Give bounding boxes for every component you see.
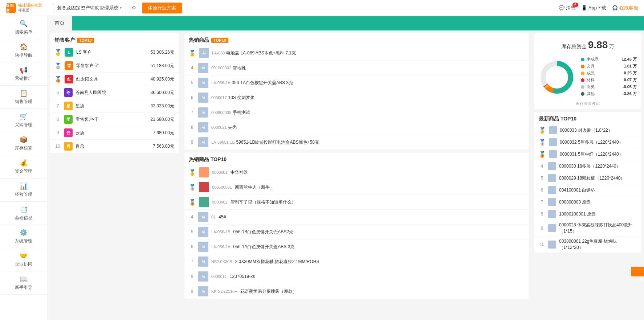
hot-right-label: 热销商品 xyxy=(189,37,209,44)
silver-medal3-icon: 🥈 xyxy=(539,139,546,146)
online-service-button[interactable]: 🎧 在线客服 xyxy=(612,5,638,11)
message-button[interactable]: 💬 消息 6 xyxy=(559,5,575,11)
app-download-button[interactable]: 📱 App下载 xyxy=(581,5,606,11)
hotprod-name-3: 智利车子里（规格不知道填什么） xyxy=(231,199,296,205)
sidebar-item-system[interactable]: ⚙️ 系统管理 xyxy=(0,225,47,248)
hot-prod-9[interactable]: 9 Ai KK-SD22110H 花语萌恒温分腿睡袋（厚款） xyxy=(184,284,529,299)
legend-val-3: 0.25 万 xyxy=(624,70,637,76)
new-prod-info-8: 10000100001 原壶 xyxy=(559,211,637,217)
hot-prod-6[interactable]: 6 Ai LA-056-1A 056-1A白色按键开关盖ABS 3克 xyxy=(184,239,529,254)
new-prod-3[interactable]: 🥉 0000031 5厘中纤（1220*2440） xyxy=(534,148,641,160)
hotprod-name-8: 12070519-xs xyxy=(230,274,255,279)
new-prod-10[interactable]: 10 003800001 22g鱼豆腐·烧烤味（1*12*20） xyxy=(534,237,641,253)
new-prod-4[interactable]: 4 0000030 18多层（1220*2440） xyxy=(534,160,641,172)
silver-medal-icon: 🥈 xyxy=(54,62,62,69)
hot-prod-2[interactable]: 🥈 000500001 新西兰牛肉（新牛） xyxy=(184,180,529,195)
sidebar-item-guide[interactable]: 📖 新手引导 xyxy=(0,271,47,295)
settings-button[interactable]: ⚙ xyxy=(129,3,139,13)
hot-products-title: 热销商品 TOP10 xyxy=(184,153,529,165)
donut-container: 半成品 12.45 万 文具 1.01 万 xyxy=(534,54,641,101)
prod-img-placeholder-5: Ai xyxy=(198,107,208,118)
search-icon: 🔍 xyxy=(20,20,28,28)
hot-right-1[interactable]: 🥇 Ai LA-089 电池盖 LA-089 ABS本色+黑种 7.1克 xyxy=(184,46,529,61)
system-selector[interactable]: 装备及固定资产辅助管理系统 ▾ xyxy=(53,3,126,13)
hot-right-3[interactable]: 5 Ai LA-056-1A 056-1A白色按键开关盖ABS 3壳 xyxy=(184,75,529,90)
sidebar-item-search[interactable]: 🔍 搜索菜单 xyxy=(0,16,47,39)
sidebar-item-collab[interactable]: 🤝 企业协同 xyxy=(0,248,47,271)
legend-name-3: 成品 xyxy=(587,70,622,76)
hot-prod-1[interactable]: 🥇 0000001 中华神器 xyxy=(184,165,529,180)
float-btn-live[interactable]: 直播 xyxy=(631,273,644,276)
new-prod-6[interactable]: 6 004100001 白钢垫 xyxy=(534,184,641,196)
new-prod-7[interactable]: 7 000800008 原壶 xyxy=(534,196,641,208)
hot-prod-7[interactable]: 7 Ai NB2.0X30B 2.0X30MM双搓花轴,搓花直径2.1MM/RO… xyxy=(184,254,529,269)
hotprod-rank-9: 9 xyxy=(189,289,195,294)
new-prod-8[interactable]: 8 10000100001 原壶 xyxy=(534,208,641,220)
trial-button[interactable]: 体验行业方案 xyxy=(142,3,182,13)
new-prod-code-8: 10000100001 xyxy=(559,212,586,217)
sidebar-item-home[interactable]: 🏠 快捷导航 xyxy=(0,39,47,62)
hot-prod-5[interactable]: 5 Ai LA-056-1B 056-1B白色按键开关壳ABS2壳 xyxy=(184,225,529,239)
new-prod-rank-9: 9 xyxy=(539,226,545,231)
hotprod-code-2: 000500001 xyxy=(212,185,232,189)
customer-value-5: 33,333.00元 xyxy=(151,103,174,109)
customer-value-2: 51,183.00元 xyxy=(151,63,174,69)
page-content: 销售客户 TOP10 🥇 L LS 客户 53,006.26元 🥈 零 xyxy=(47,30,644,320)
prod-code-1: LA-089 xyxy=(212,51,225,55)
customer-rank-7[interactable]: 9 云 云扬 7,680.00元 xyxy=(50,126,179,140)
prod-name-4: 10S 变刺罗浆 xyxy=(228,95,254,100)
sidebar-item-inventory-label: 库存核算 xyxy=(15,145,32,151)
sidebar-item-basics[interactable]: 📑 基础信息 xyxy=(0,202,47,225)
float-btn-service[interactable]: 客服热线 xyxy=(631,267,644,270)
prod-code-2: 001000002 xyxy=(211,66,231,70)
customer-rank-8[interactable]: 10 肖 肖总 7,563.00元 xyxy=(50,140,179,153)
sidebar-item-purchase[interactable]: 🛒 采购管理 xyxy=(0,109,47,132)
prod-img-placeholder-2: Ai xyxy=(198,63,208,73)
rank-num-6: 8 xyxy=(54,117,61,122)
new-prod-img-1 xyxy=(549,126,557,134)
new-prod-5[interactable]: 5 0000029 18颗粒板（1220*2440） xyxy=(534,172,641,184)
prod-name-2: 雪地靴 xyxy=(233,65,246,70)
customer-rank-1[interactable]: 🥇 L LS 客户 53,006.26元 xyxy=(50,46,179,59)
customer-avatar-4: 苍 xyxy=(64,88,73,97)
prod-name-7: 59651-1B旋转投影灯电池盒ABS黑色+58克 xyxy=(236,140,319,145)
new-prod-1[interactable]: 🥇 0000033 封边带（1.0*22） xyxy=(534,124,641,136)
tab-home[interactable]: 首页 xyxy=(47,16,72,30)
legend-dot-2 xyxy=(581,65,584,68)
prod-info-7: LA-59651-1B 59651-1B旋转投影灯电池盒ABS黑色+58克 xyxy=(211,139,524,145)
hot-prod-8[interactable]: 8 Ai 0000011 12070519-xs xyxy=(184,269,529,284)
new-prod-name-8: 原壶 xyxy=(587,212,596,217)
hot-right-7[interactable]: 9 Ai LA-59651-1B 59651-1B旋转投影灯电池盒ABS黑色+5… xyxy=(184,135,529,150)
hot-right-4[interactable]: 6 Ai 0000017 10S 变刺罗浆 xyxy=(184,90,529,105)
sidebar-item-inventory[interactable]: 📦 库存核算 xyxy=(0,132,47,155)
prod-name-1: 电池盖 LA-089 ABS本色+黑种 7.1克 xyxy=(226,50,296,56)
donut-chart xyxy=(539,59,575,95)
prod-code-5: 000800005 xyxy=(211,110,231,115)
customer-value-3: 40,925.00元 xyxy=(151,76,174,82)
hot-prod-4[interactable]: 4 Ai 01 45# xyxy=(184,210,529,225)
customer-rank-4[interactable]: 6 苍 苍南县人民医院 36,600.00元 xyxy=(50,86,179,99)
sidebar-item-sales[interactable]: 📋 销售管理 xyxy=(0,86,47,109)
hot-right-5[interactable]: 7 Ai 000800005 手机测试 xyxy=(184,105,529,120)
new-prod-rank-10: 10 xyxy=(539,242,545,247)
prod-img-placeholder-6: Ai xyxy=(198,122,208,132)
legend-name-2: 文具 xyxy=(587,63,622,69)
customer-rank-5[interactable]: 7 星 星扬 33,333.00元 xyxy=(50,99,179,113)
sidebar-item-operations[interactable]: 📊 经营管理 xyxy=(0,179,47,202)
system-name: 装备及固定资产辅助管理系统 xyxy=(57,5,118,11)
new-prod-2[interactable]: 🥈 0000032 5厘多层（1220*2440） xyxy=(534,136,641,148)
sidebar-item-marketing[interactable]: 📢 营销推广 xyxy=(0,62,47,86)
sidebar-item-finance[interactable]: 💰 资金管理 xyxy=(0,155,47,179)
customer-rank-3[interactable]: 🥉 红 红太阳文具 40,925.00元 xyxy=(50,73,179,86)
hot-right-2[interactable]: 4 Ai 001000002 雪地靴 xyxy=(184,61,529,75)
customer-rank-6[interactable]: 8 零 零售客户-于 21,680.00元 xyxy=(50,113,179,126)
hot-prod-3[interactable]: 🥉 0000002 智利车子里（规格不知道填什么） xyxy=(184,195,529,210)
logo-icon: 好生意 xyxy=(6,3,16,13)
new-prod-code-7: 000800008 xyxy=(559,200,581,205)
stock-caption: 库存资金占比 xyxy=(534,101,641,109)
customer-rank-2[interactable]: 🥈 零 零售客户-许 51,183.00元 xyxy=(50,59,179,73)
float-btn-community[interactable]: 服务社区 xyxy=(631,270,644,273)
new-prod-9[interactable]: 9 0000028 体碳荔枝味苏打饮品400毫升（1*15） xyxy=(534,220,641,237)
sidebar-item-system-label: 系统管理 xyxy=(15,238,32,244)
hot-right-6[interactable]: 8 Ai 0000021 夹壳 xyxy=(184,120,529,135)
